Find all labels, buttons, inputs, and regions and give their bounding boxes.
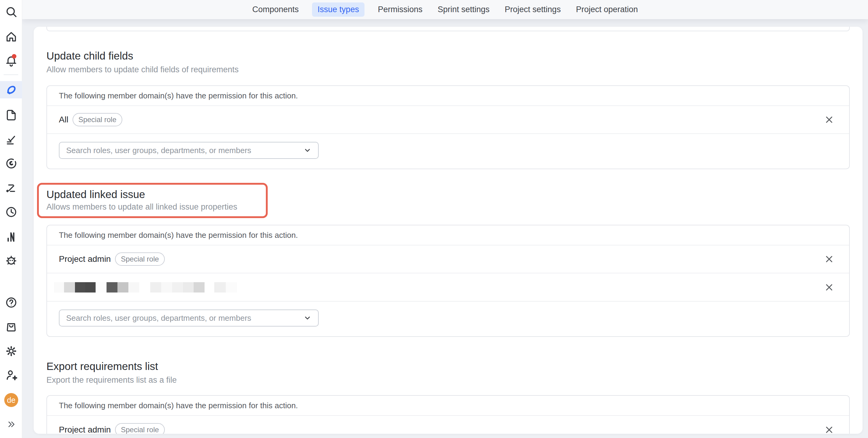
- permission-box-header: The following member domain(s) have the …: [47, 225, 849, 245]
- project-app-icon[interactable]: [4, 83, 18, 97]
- member-search-row: Search roles, user groups, departments, …: [47, 302, 849, 336]
- tab-project-settings[interactable]: Project settings: [503, 2, 563, 17]
- marketplace-bag-icon[interactable]: [4, 319, 18, 333]
- permission-box-export-requirements-list: The following member domain(s) have the …: [46, 395, 850, 434]
- avatar[interactable]: de: [4, 393, 18, 407]
- tab-issue-types[interactable]: Issue types: [312, 2, 365, 17]
- redacted-member-blocks: [54, 282, 237, 293]
- project-tabs-bar: Components Issue types Permissions Sprin…: [22, 0, 868, 19]
- member-search-placeholder: Search roles, user groups, departments, …: [66, 146, 251, 155]
- pipeline-flow-icon[interactable]: [4, 181, 18, 195]
- permission-box-update-child-fields: The following member domain(s) have the …: [46, 85, 850, 169]
- member-search-row: Search roles, user groups, departments, …: [47, 134, 849, 169]
- notifications-bell-icon[interactable]: [4, 54, 18, 68]
- sidebar-divider: [4, 75, 18, 75]
- search-icon[interactable]: [4, 5, 18, 19]
- tab-permissions[interactable]: Permissions: [376, 2, 424, 17]
- wiki-page-icon[interactable]: [4, 108, 18, 122]
- member-name: Project admin: [59, 425, 111, 434]
- report-chart-icon[interactable]: [4, 229, 18, 243]
- member-search-select[interactable]: Search roles, user groups, departments, …: [59, 310, 319, 326]
- notification-dot: [12, 54, 17, 59]
- remove-member-button[interactable]: [823, 281, 836, 294]
- special-role-badge: Special role: [115, 423, 164, 434]
- section-title-update-child-fields: Update child fields: [46, 49, 850, 63]
- tab-components[interactable]: Components: [250, 2, 301, 17]
- settings-gear-icon[interactable]: [4, 344, 18, 358]
- section-title-export-requirements-list: Export requirements list: [46, 359, 850, 373]
- add-member-icon[interactable]: [4, 368, 18, 382]
- remove-member-button[interactable]: [823, 253, 836, 266]
- member-name: Project admin: [59, 254, 111, 264]
- sprint-target-icon[interactable]: [4, 156, 18, 170]
- member-row-project-admin: Project admin Special role: [47, 416, 849, 434]
- member-name: All: [59, 115, 68, 124]
- remove-member-button[interactable]: [823, 423, 836, 434]
- previous-permission-box-bottom: [46, 27, 850, 31]
- section-desc-export-requirements-list: Export the requirements list as a file: [46, 375, 850, 385]
- remove-member-button[interactable]: [823, 113, 836, 126]
- home-icon[interactable]: [4, 29, 18, 44]
- chevron-down-icon: [304, 314, 311, 322]
- section-desc-updated-linked-issue: Allows members to update all linked issu…: [46, 201, 266, 212]
- permission-box-header: The following member domain(s) have the …: [47, 86, 849, 106]
- special-role-badge: Special role: [72, 113, 122, 127]
- permissions-content-card: Update child fields Allow members to upd…: [34, 27, 863, 434]
- collapse-chevrons-icon[interactable]: [4, 417, 18, 431]
- member-row-all: All Special role: [47, 106, 849, 134]
- section-desc-update-child-fields: Allow members to update child fields of …: [46, 64, 850, 75]
- time-clock-icon[interactable]: [4, 205, 18, 219]
- tab-project-operation[interactable]: Project operation: [574, 2, 640, 17]
- member-row-project-admin: Project admin Special role: [47, 245, 849, 273]
- permission-box-updated-linked-issue: The following member domain(s) have the …: [46, 225, 850, 337]
- left-sidebar: de: [0, 0, 22, 438]
- chevron-down-icon: [304, 146, 311, 154]
- bug-icon[interactable]: [4, 253, 18, 267]
- help-icon[interactable]: [4, 295, 18, 310]
- member-search-select[interactable]: Search roles, user groups, departments, …: [59, 142, 319, 159]
- member-search-placeholder: Search roles, user groups, departments, …: [66, 314, 251, 323]
- tasks-check-icon[interactable]: [4, 132, 18, 146]
- section-title-updated-linked-issue: Updated linked issue: [46, 187, 266, 201]
- highlight-annotation-box: Updated linked issue Allows members to u…: [37, 183, 268, 218]
- special-role-badge: Special role: [115, 253, 164, 266]
- tab-sprint-settings[interactable]: Sprint settings: [436, 2, 491, 17]
- member-row-redacted: [47, 273, 849, 302]
- permission-box-header: The following member domain(s) have the …: [47, 396, 849, 416]
